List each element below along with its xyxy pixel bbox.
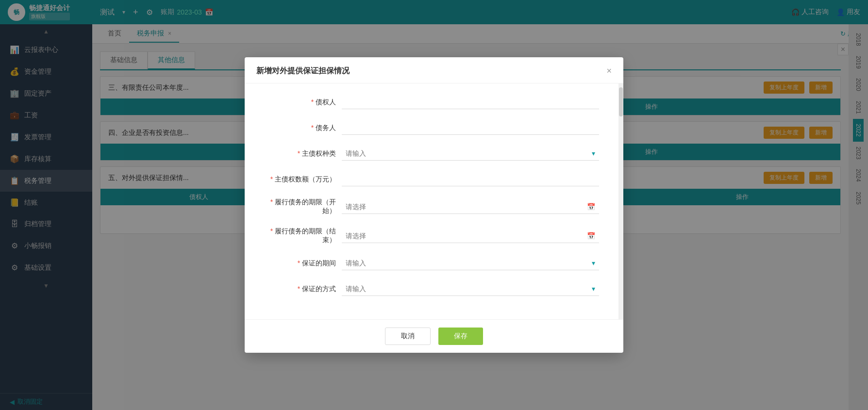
required-star-debt-type: * bbox=[298, 149, 300, 157]
required-star-debt-amount: * bbox=[270, 175, 273, 183]
form-row-debt-type: * 主债权种类 ▾ bbox=[264, 147, 599, 161]
required-star-period-start: * bbox=[270, 198, 273, 206]
select-guarantee-period[interactable] bbox=[342, 256, 599, 270]
cancel-button[interactable]: 取消 bbox=[385, 328, 431, 345]
select-debt-type[interactable] bbox=[342, 147, 599, 160]
input-creditor[interactable] bbox=[342, 95, 599, 109]
required-star-debtor: * bbox=[311, 124, 314, 131]
date-period-start[interactable] bbox=[342, 200, 599, 213]
select-debt-type-wrap: ▾ bbox=[342, 147, 599, 161]
calendar-start-icon[interactable]: 📅 bbox=[587, 203, 595, 211]
label-guarantee-period: * 保证的期间 bbox=[264, 259, 342, 268]
date-period-start-wrap: 📅 bbox=[342, 200, 599, 214]
label-debt-type: * 主债权种类 bbox=[264, 149, 342, 158]
label-period-start: * 履行债务的期限（开始） bbox=[264, 198, 342, 215]
date-period-end-wrap: 📅 bbox=[342, 229, 599, 243]
modal-scrollbar-thumb[interactable] bbox=[619, 87, 623, 116]
modal-close-button[interactable]: × bbox=[606, 66, 612, 76]
modal-body: * 债权人 * 债务人 * 主债权种 bbox=[245, 83, 618, 319]
select-guarantee-period-wrap: ▾ bbox=[342, 256, 599, 270]
modal-overlay: 新增对外提供保证担保情况 × * 债权人 bbox=[0, 0, 868, 410]
label-debt-amount: * 主债权数额（万元） bbox=[264, 175, 342, 184]
input-debt-amount[interactable] bbox=[342, 172, 599, 186]
date-period-end[interactable] bbox=[342, 229, 599, 243]
form-row-creditor: * 债权人 bbox=[264, 95, 599, 109]
form-row-debt-amount: * 主债权数额（万元） bbox=[264, 172, 599, 186]
calendar-end-icon[interactable]: 📅 bbox=[587, 232, 595, 240]
form-row-period-start: * 履行债务的期限（开始） 📅 bbox=[264, 198, 599, 215]
required-star-guarantee-period: * bbox=[298, 259, 300, 267]
label-period-end: * 履行债务的期限（结束） bbox=[264, 227, 342, 245]
modal-scrollbar-track bbox=[618, 83, 623, 319]
label-guarantee-method: * 保证的方式 bbox=[264, 285, 342, 294]
save-button[interactable]: 保存 bbox=[438, 328, 483, 345]
required-star-creditor: * bbox=[311, 98, 314, 106]
modal-dialog: 新增对外提供保证担保情况 × * 债权人 bbox=[245, 57, 623, 353]
form-row-guarantee-method: * 保证的方式 ▾ bbox=[264, 282, 599, 296]
modal-footer: 取消 保存 bbox=[245, 319, 623, 353]
select-guarantee-method-wrap: ▾ bbox=[342, 282, 599, 296]
label-creditor: * 债权人 bbox=[264, 98, 342, 107]
modal-header: 新增对外提供保证担保情况 × bbox=[245, 57, 623, 83]
modal-title: 新增对外提供保证担保情况 bbox=[256, 66, 350, 76]
required-star-period-end: * bbox=[270, 227, 273, 235]
form-row-debtor: * 债务人 bbox=[264, 121, 599, 135]
label-debtor: * 债务人 bbox=[264, 124, 342, 132]
required-star-guarantee-method: * bbox=[298, 285, 300, 293]
form-row-guarantee-period: * 保证的期间 ▾ bbox=[264, 256, 599, 270]
select-guarantee-method[interactable] bbox=[342, 282, 599, 295]
input-debtor[interactable] bbox=[342, 121, 599, 135]
form-row-period-end: * 履行债务的期限（结束） 📅 bbox=[264, 227, 599, 245]
